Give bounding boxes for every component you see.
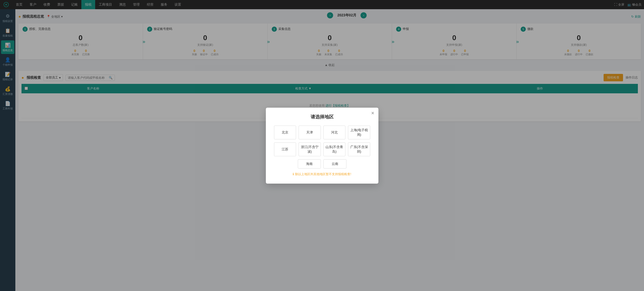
- modal-overlay: ✕ 请选择地区 北京 天津 河北 上海(电子税局) 江苏 浙江(不含宁波) 山东…: [0, 0, 644, 291]
- region-btn-tianjin[interactable]: 天津: [299, 126, 321, 139]
- region-btn-beijing[interactable]: 北京: [274, 126, 296, 139]
- region-select-modal: ✕ 请选择地区 北京 天津 河北 上海(电子税局) 江苏 浙江(不含宁波) 山东…: [266, 108, 378, 184]
- region-btn-zhejiang[interactable]: 浙江(不含宁波): [299, 142, 321, 156]
- region-btn-hebei[interactable]: 河北: [323, 126, 346, 139]
- modal-close-btn[interactable]: ✕: [371, 111, 374, 115]
- region-grid-row1: 北京 天津 河北 上海(电子税局): [274, 126, 370, 139]
- region-btn-jiangsu[interactable]: 江苏: [274, 142, 296, 156]
- modal-warning: ℹ 除以上地区外其他地区暂不支持报税检查!: [274, 172, 370, 176]
- region-grid-row2: 江苏 浙江(不含宁波) 山东(不含青岛) 广东(不含深圳): [274, 142, 370, 156]
- region-btn-shanghai[interactable]: 上海(电子税局): [348, 126, 370, 139]
- modal-title: 请选择地区: [274, 114, 370, 120]
- region-grid-row3: 海南 云南: [274, 159, 370, 169]
- region-btn-guangdong[interactable]: 广东(不含深圳): [348, 142, 370, 156]
- region-btn-yunnan[interactable]: 云南: [323, 159, 346, 169]
- warning-icon: ℹ: [293, 172, 294, 176]
- region-btn-shandong[interactable]: 山东(不含青岛): [323, 142, 346, 156]
- region-btn-hainan[interactable]: 海南: [298, 159, 321, 169]
